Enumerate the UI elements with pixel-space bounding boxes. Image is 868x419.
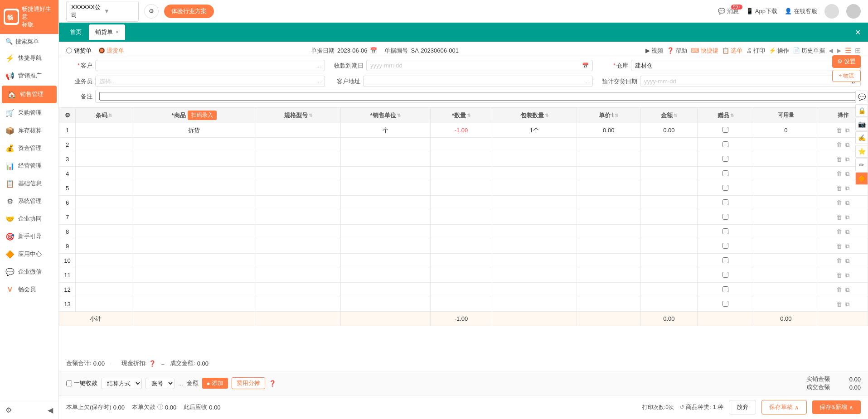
copy-icon[interactable]: ⧉: [845, 286, 849, 293]
sidebar-item-inventory[interactable]: 📦 库存核算: [0, 122, 58, 140]
delete-icon[interactable]: 🗑: [836, 243, 842, 250]
calendar-icon[interactable]: 📅: [582, 63, 589, 69]
fenyong-help-icon[interactable]: ❓: [269, 380, 276, 387]
copy-icon[interactable]: ⧉: [845, 170, 849, 177]
row-qty[interactable]: [430, 138, 492, 152]
settings-button[interactable]: ⚙: [144, 4, 159, 19]
info-icon[interactable]: ❓: [149, 360, 156, 367]
row-unit[interactable]: [340, 181, 430, 196]
row-gift[interactable]: [697, 138, 754, 152]
sidebar-item-guide[interactable]: 🎯 新手引导: [0, 228, 58, 246]
sidebar-item-operations[interactable]: 📊 经营管理: [0, 157, 58, 175]
sidebar-item-wechat[interactable]: 💬 企业微信: [0, 263, 58, 281]
row-unit-price[interactable]: [577, 225, 640, 239]
prev-icon[interactable]: ◀: [829, 47, 833, 54]
th-gear[interactable]: ⚙: [59, 108, 76, 123]
delete-icon[interactable]: 🗑: [836, 272, 842, 279]
row-pkg-qty[interactable]: [492, 152, 577, 167]
delete-icon[interactable]: 🗑: [836, 185, 842, 192]
sidebar-item-marketing[interactable]: 📢 营销推广: [0, 67, 58, 85]
row-gift[interactable]: [697, 283, 754, 297]
row-gift[interactable]: [697, 210, 754, 225]
remarks-input-wrap[interactable]: [95, 90, 861, 103]
copy-icon[interactable]: ⧉: [845, 127, 849, 134]
row-spec[interactable]: [256, 152, 340, 167]
row-amount[interactable]: [640, 283, 697, 297]
row-product[interactable]: [132, 167, 256, 181]
row-unit[interactable]: [340, 138, 430, 152]
delete-icon[interactable]: 🗑: [836, 286, 842, 293]
delete-icon[interactable]: 🗑: [836, 170, 842, 177]
due-date-input-wrap[interactable]: 📅: [366, 60, 593, 71]
due-date-input[interactable]: [370, 62, 582, 69]
row-pkg-qty[interactable]: [492, 254, 577, 268]
row-gift[interactable]: [697, 181, 754, 196]
row-amount[interactable]: [640, 239, 697, 254]
row-unit[interactable]: [340, 196, 430, 210]
row-qty[interactable]: [430, 152, 492, 167]
row-qty[interactable]: [430, 254, 492, 268]
row-unit[interactable]: [340, 283, 430, 297]
row-unit[interactable]: [340, 210, 430, 225]
remarks-input[interactable]: [99, 92, 857, 101]
customer-input-wrap[interactable]: ...: [95, 60, 325, 71]
row-amount[interactable]: 0.00: [640, 123, 697, 138]
row-amount[interactable]: [640, 254, 697, 268]
row-pkg-qty[interactable]: [492, 297, 577, 312]
row-barcode[interactable]: [76, 239, 132, 254]
delete-icon[interactable]: 🗑: [836, 199, 842, 206]
row-spec[interactable]: [256, 167, 340, 181]
copy-icon[interactable]: ⧉: [845, 257, 849, 264]
row-product[interactable]: [132, 138, 256, 152]
calendar-icon[interactable]: 📅: [370, 47, 377, 54]
gear-th-icon[interactable]: ⚙: [65, 112, 70, 119]
close-tab-icon[interactable]: ×: [116, 29, 119, 35]
float-star-btn[interactable]: ⭐: [855, 145, 868, 158]
delete-icon[interactable]: 🗑: [836, 141, 842, 148]
row-qty[interactable]: [430, 268, 492, 283]
row-barcode[interactable]: [76, 210, 132, 225]
row-spec[interactable]: [256, 123, 340, 138]
row-pkg-qty[interactable]: [492, 225, 577, 239]
addr-ellipsis[interactable]: ...: [584, 78, 589, 85]
row-product[interactable]: 拆货: [132, 123, 256, 138]
row-pkg-qty[interactable]: 1个: [492, 123, 577, 138]
float-lock-btn[interactable]: 🔒: [855, 104, 868, 117]
copy-icon[interactable]: ⧉: [845, 199, 849, 206]
row-barcode[interactable]: [76, 138, 132, 152]
row-pkg-qty[interactable]: [492, 268, 577, 283]
row-pkg-qty[interactable]: [492, 196, 577, 210]
settlement-select[interactable]: 结算方式: [101, 378, 142, 389]
salesperson-input-wrap[interactable]: ...: [95, 76, 325, 87]
scan-btn[interactable]: 扫码录入: [188, 111, 217, 120]
customer-addr-input-wrap[interactable]: ...: [363, 76, 593, 87]
row-unit[interactable]: [340, 268, 430, 283]
row-barcode[interactable]: [76, 254, 132, 268]
row-unit-price[interactable]: [577, 167, 640, 181]
row-barcode[interactable]: [76, 268, 132, 283]
delete-icon[interactable]: 🗑: [836, 156, 842, 163]
row-spec[interactable]: [256, 196, 340, 210]
float-edit-btn[interactable]: ✍: [855, 131, 868, 144]
trial-button[interactable]: 体验行业方案: [164, 5, 214, 18]
company-selector[interactable]: XXXXXX公司 ▼: [66, 1, 139, 22]
row-spec[interactable]: [256, 254, 340, 268]
add-button[interactable]: ● 添加: [202, 378, 228, 389]
customer-input[interactable]: [99, 62, 316, 69]
row-unit[interactable]: [340, 254, 430, 268]
row-qty[interactable]: [430, 225, 492, 239]
row-qty[interactable]: -1.00: [430, 123, 492, 138]
row-qty[interactable]: [430, 167, 492, 181]
sidebar-item-finance[interactable]: 💰 资金管理: [0, 140, 58, 157]
row-unit-price[interactable]: [577, 297, 640, 312]
delete-icon[interactable]: 🗑: [836, 228, 842, 235]
row-amount[interactable]: [640, 297, 697, 312]
info-icon2[interactable]: ⓘ: [157, 403, 163, 411]
copy-icon[interactable]: ⧉: [845, 214, 849, 221]
reload-icon[interactable]: ↺: [679, 404, 684, 410]
row-unit-price[interactable]: [577, 283, 640, 297]
row-unit[interactable]: [340, 225, 430, 239]
row-unit[interactable]: [340, 167, 430, 181]
save-draft-button[interactable]: 保存草稿 ∧: [761, 400, 807, 414]
sales-bill-radio[interactable]: 销货单: [66, 47, 92, 55]
